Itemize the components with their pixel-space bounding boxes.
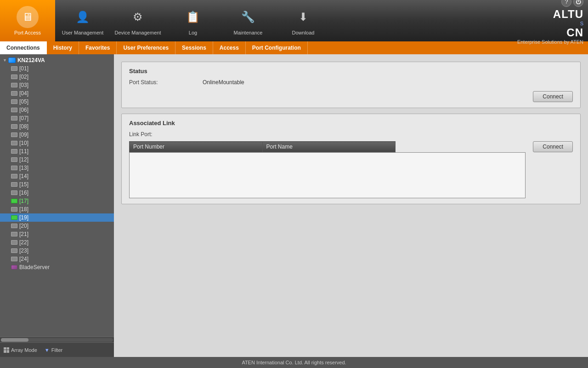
log-icon: 📋 (182, 6, 204, 28)
port-icon-24 (11, 257, 17, 261)
port-icon-05 (11, 99, 17, 104)
assoc-panel-title: Associated Link (129, 120, 573, 126)
filter-button[interactable]: ▼ Filter (45, 347, 62, 353)
port-icon-22 (11, 240, 17, 245)
nav-item-log[interactable]: 📋Log (165, 0, 220, 41)
nav-item-user-management[interactable]: 👤User Management (55, 0, 110, 41)
assoc-link-panel: Associated Link Link Port: Port Number P… (121, 114, 581, 204)
port-item-13[interactable]: [13] (0, 164, 114, 172)
footer: ATEN International Co. Ltd. All rights r… (0, 357, 588, 368)
port-table: Port Number Port Name (129, 141, 396, 152)
tree-root-node[interactable]: ▼ KN2124VA (0, 56, 114, 64)
port-item-14[interactable]: [14] (0, 172, 114, 180)
port-icon-21 (11, 232, 17, 236)
port-label-24: [24] (19, 256, 28, 262)
status-connect-button[interactable]: Connect (533, 91, 573, 102)
port-item-20[interactable]: [20] (0, 222, 114, 230)
port-item-03[interactable]: [03] (0, 81, 114, 89)
maintenance-icon: 🔧 (237, 6, 259, 28)
port-item-08[interactable]: [08] (0, 122, 114, 131)
port-icon-04 (11, 91, 17, 96)
port-icon-03 (11, 83, 17, 87)
tree-items-container: [01][02][03][04][05][06][07][08][09][10]… (0, 64, 114, 263)
port-table-body[interactable] (129, 152, 526, 198)
port-item-04[interactable]: [04] (0, 89, 114, 98)
port-item-09[interactable]: [09] (0, 131, 114, 139)
port-label-19: [19] (19, 214, 28, 221)
nav-item-device-management[interactable]: ⚙Device Management (110, 0, 165, 41)
scroll-thumb[interactable] (1, 338, 28, 342)
col-port-number: Port Number (130, 142, 263, 152)
port-icon-19 (11, 215, 17, 220)
port-label-02: [02] (19, 74, 28, 80)
port-status-row: Port Status: OnlineMountable (129, 79, 573, 86)
port-item-01[interactable]: [01] (0, 64, 114, 73)
port-item-15[interactable]: [15] (0, 180, 114, 189)
content-area: Status Port Status: OnlineMountable Conn… (114, 54, 588, 357)
tab-port-configuration[interactable]: Port Configuration (246, 41, 308, 54)
port-item-22[interactable]: [22] (0, 238, 114, 247)
port-item-11[interactable]: [11] (0, 147, 114, 155)
tab-connections[interactable]: Connections (0, 41, 47, 54)
collapse-arrow[interactable]: ▼ (3, 58, 7, 63)
port-item-07[interactable]: [07] (0, 114, 114, 122)
status-panel-title: Status (129, 68, 573, 75)
tab-favorites[interactable]: Favorites (79, 41, 117, 54)
tab-user-preferences[interactable]: User Preferences (117, 41, 175, 54)
device-management-icon: ⚙ (127, 6, 149, 28)
port-item-16[interactable]: [16] (0, 189, 114, 197)
port-item-06[interactable]: [06] (0, 106, 114, 114)
port-icon-02 (11, 75, 17, 79)
assoc-connect-button[interactable]: Connect (533, 141, 573, 152)
port-item-23[interactable]: [23] (0, 247, 114, 255)
port-item-12[interactable]: [12] (0, 155, 114, 164)
header: 🖥Port Access👤User Management⚙Device Mana… (0, 0, 588, 41)
nav-item-download[interactable]: ⬇Download (276, 0, 331, 41)
blade-icon (11, 265, 17, 270)
col-port-name: Port Name (262, 142, 396, 152)
assoc-panel-inner: Port Number Port Name Connect (129, 141, 573, 198)
port-icon-09 (11, 132, 17, 137)
assoc-connect-area: Connect (533, 141, 573, 152)
port-item-24[interactable]: [24] (0, 255, 114, 263)
nav-label-port-access: Port Access (14, 30, 41, 35)
port-item-10[interactable]: [10] (0, 139, 114, 147)
kvm-icon (8, 58, 16, 63)
port-item-05[interactable]: [05] (0, 98, 114, 106)
port-item-02[interactable]: [02] (0, 73, 114, 81)
logo-area: ? ⏻ ALTUSCN Enterprise Solutions by ATEN (517, 0, 583, 45)
nav-item-port-access[interactable]: 🖥Port Access (0, 0, 55, 41)
blade-server-label: BladeServer (19, 264, 50, 270)
port-tree[interactable]: ▼ KN2124VA [01][02][03][04][05][06][07][… (0, 54, 114, 337)
main-layout: ▼ KN2124VA [01][02][03][04][05][06][07][… (0, 54, 588, 357)
port-icon-17 (11, 199, 17, 203)
logo-subtitle: Enterprise Solutions by ATEN (517, 39, 583, 45)
port-label-04: [04] (19, 90, 28, 97)
port-item-19[interactable]: [19] (0, 213, 114, 222)
help-icon[interactable]: ? (561, 0, 571, 7)
horizontal-scrollbar[interactable] (0, 337, 114, 342)
port-icon-18 (11, 207, 17, 212)
port-item-18[interactable]: [18] (0, 205, 114, 213)
blade-server-item[interactable]: BladeServer (0, 263, 114, 271)
tab-access[interactable]: Access (213, 41, 246, 54)
filter-icon: ▼ (45, 347, 50, 353)
tab-sessions[interactable]: Sessions (175, 41, 213, 54)
nav-item-maintenance[interactable]: 🔧Maintenance (220, 0, 276, 41)
port-label-11: [11] (19, 148, 28, 155)
port-label-22: [22] (19, 239, 28, 246)
tab-history[interactable]: History (47, 41, 79, 54)
port-item-17[interactable]: [17] (0, 197, 114, 205)
port-icon-20 (11, 224, 17, 228)
port-label-09: [09] (19, 132, 28, 138)
array-mode-button[interactable]: Array Mode (4, 347, 37, 353)
port-label-17: [17] (19, 198, 28, 204)
port-label-21: [21] (19, 231, 28, 237)
footer-text: ATEN International Co. Ltd. All rights r… (242, 360, 346, 365)
array-mode-label: Array Mode (11, 347, 37, 353)
port-item-21[interactable]: [21] (0, 230, 114, 238)
port-label-23: [23] (19, 247, 28, 254)
port-label-18: [18] (19, 206, 28, 213)
power-icon[interactable]: ⏻ (573, 0, 583, 7)
status-panel: Status Port Status: OnlineMountable Conn… (121, 62, 581, 108)
